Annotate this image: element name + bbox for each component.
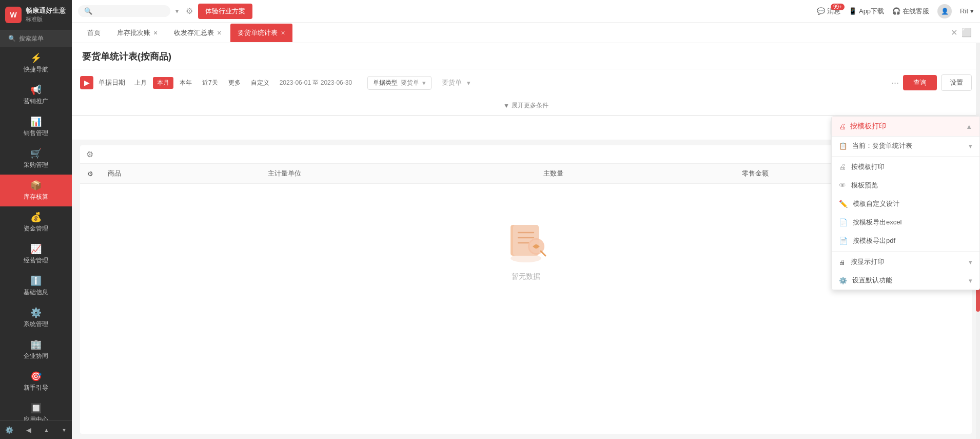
dropdown-item-template-excel[interactable]: 📄 按模板导出excel	[832, 213, 979, 232]
tab-receipts-summary-label: 收发存汇总表	[174, 28, 214, 37]
tab-order-stats[interactable]: 要货单统计表 ×	[230, 24, 292, 42]
sidebar-item-inventory[interactable]: 📦 库存核算	[0, 175, 72, 206]
sidebar-item-label: 经营管理	[24, 256, 48, 265]
col-product: 商品	[101, 164, 261, 184]
filter-expand-btn[interactable]: ▶	[80, 76, 93, 89]
search-icon: 🔍	[8, 35, 16, 42]
topbar: 🔍 ▾ ⚙ 体验行业方案 💬 消息 99+ 📱 App下载 🎧 在线客服 👤	[72, 0, 980, 23]
sidebar-item-icon: 🔲	[30, 403, 42, 414]
scroll-up-btn[interactable]: ▲	[44, 427, 49, 433]
expand-more-section: ▼ 展开更多条件	[72, 96, 980, 116]
tab-home[interactable]: 首页	[80, 24, 108, 42]
avatar-placeholder: 👤	[941, 8, 949, 15]
table-gear-icon[interactable]: ⚙	[86, 149, 93, 159]
sidebar-item-basic-info[interactable]: ℹ️ 基础信息	[0, 270, 72, 302]
scroll-down-btn[interactable]: ▼	[62, 427, 67, 433]
sidebar-item-icon: ℹ️	[30, 275, 42, 287]
dropdown-header[interactable]: 🖨 按模板打印 ▲	[832, 117, 979, 137]
sidebar-item-label: 新手引导	[24, 384, 48, 392]
sidebar-item-label: 系统管理	[24, 320, 48, 329]
settings-icon[interactable]: ⚙️	[5, 426, 13, 434]
tab-maximize-icon[interactable]: ⬜	[962, 28, 972, 37]
user-name[interactable]: Rit ▾	[960, 7, 974, 15]
dropdown-item-set-default[interactable]: ⚙️ 设置默认功能 ▾	[832, 271, 979, 290]
topbar-search-box[interactable]: 🔍	[78, 5, 170, 17]
template-excel-icon: 📄	[839, 218, 848, 226]
sidebar-item-purchase[interactable]: 🛒 采购管理	[0, 143, 72, 175]
tab-receipts-summary-close[interactable]: ×	[217, 29, 221, 36]
dropdown-item-template-print[interactable]: 🖨 按模板打印	[832, 158, 979, 176]
tab-close-all-icon[interactable]: ✕	[951, 28, 957, 37]
filter-type-selector[interactable]: 单据类型 要货单 ▾	[367, 76, 432, 90]
trial-btn[interactable]: 体验行业方案	[198, 4, 252, 19]
sidebar-item-label: 营销推广	[24, 97, 48, 106]
topbar-gear-icon[interactable]: ⚙	[186, 6, 193, 16]
date-option-more[interactable]: 更多	[224, 77, 245, 89]
col-gear-icon[interactable]: ⚙	[87, 170, 93, 178]
svg-point-3	[534, 244, 538, 249]
dropdown-item-template-custom[interactable]: ✏️ 模板自定义设计	[832, 195, 979, 213]
sidebar-item-label: 企业协同	[24, 352, 48, 360]
sidebar-item-app-center[interactable]: 🔲 应用中心	[0, 397, 72, 421]
sidebar-item-icon: 📊	[30, 116, 42, 127]
dropdown-item-display-print[interactable]: 🖨 按显示打印 ▾	[832, 253, 979, 271]
sidebar: W 畅康通好生意 标准版 🔍 搜索菜单 ⚡ 快捷导航 📢 营销推广 📊 销售管理…	[0, 0, 72, 439]
filter-actions: ··· 查询 设置	[891, 74, 972, 91]
tab-order-stats-close[interactable]: ×	[281, 29, 285, 36]
dropdown-item-template-preview[interactable]: 👁 模板预览	[832, 176, 979, 195]
user-dropdown-icon: ▾	[970, 7, 974, 15]
filter-extra-label: 要货单	[442, 78, 462, 87]
topbar-dropdown-arrow[interactable]: ▾	[175, 8, 179, 15]
settings-btn[interactable]: 设置	[941, 74, 972, 91]
tab-inventory-batch-label: 库存批次账	[117, 28, 150, 37]
set-default-icon: ⚙️	[839, 277, 847, 284]
sidebar-item-icon: ⚡	[30, 52, 42, 64]
date-option-custom[interactable]: 自定义	[247, 77, 273, 89]
sidebar-item-quick-nav[interactable]: ⚡ 快捷导航	[0, 47, 72, 79]
date-option-7days[interactable]: 近7天	[198, 77, 222, 89]
date-option-last-month[interactable]: 上月	[130, 77, 151, 89]
collapse-icon[interactable]: ◀	[26, 426, 31, 434]
dropdown-item-template-pdf[interactable]: 📄 按模板导出pdf	[832, 232, 979, 250]
col-unit: 主计量单位	[261, 164, 536, 184]
user-avatar[interactable]: 👤	[937, 4, 952, 18]
sidebar-item-enterprise[interactable]: 🏢 企业协同	[0, 334, 72, 366]
sidebar-item-label: 快捷导航	[24, 65, 48, 74]
sidebar-item-finance[interactable]: 💰 资金管理	[0, 206, 72, 238]
dropdown-divider-1	[832, 156, 979, 157]
display-print-icon: 🖨	[839, 258, 846, 266]
tab-receipts-summary[interactable]: 收发存汇总表 ×	[167, 24, 228, 42]
dropdown-current-template[interactable]: 📋 当前：要货单统计表 ▾	[832, 137, 979, 155]
sidebar-item-icon: 📈	[30, 243, 42, 255]
sidebar-nav: ⚡ 快捷导航 📢 营销推广 📊 销售管理 🛒 采购管理 📦 库存核算 💰 资金管…	[0, 47, 72, 421]
sidebar-item-system[interactable]: ⚙️ 系统管理	[0, 302, 72, 334]
filter-yaohuodan-label: 要货单	[401, 79, 419, 87]
date-option-this-year[interactable]: 本年	[175, 77, 196, 89]
expand-more-btn[interactable]: ▼ 展开更多条件	[497, 99, 555, 112]
template-print-icon: 🖨	[839, 163, 846, 171]
topbar-right: 💬 消息 99+ 📱 App下载 🎧 在线客服 👤 Rit ▾	[817, 4, 974, 18]
sidebar-item-newbie[interactable]: 🎯 新手引导	[0, 366, 72, 397]
more-options-icon[interactable]: ···	[891, 78, 899, 88]
service-icon: 🎧	[892, 7, 900, 15]
messages-btn[interactable]: 💬 消息 99+	[817, 7, 840, 16]
template-custom-icon: ✏️	[839, 200, 848, 208]
app-icon: 📱	[849, 7, 857, 15]
online-service-btn[interactable]: 🎧 在线客服	[892, 7, 929, 16]
sidebar-item-label: 销售管理	[24, 129, 48, 138]
query-btn[interactable]: 查询	[903, 75, 937, 90]
tab-inventory-batch-close[interactable]: ×	[153, 29, 158, 36]
date-option-this-month[interactable]: 本月	[153, 77, 173, 89]
sidebar-search[interactable]: 🔍 搜索菜单	[0, 30, 72, 47]
app-download-btn[interactable]: 📱 App下载	[849, 7, 884, 16]
page-title: 要货单统计表(按商品)	[82, 50, 970, 63]
tab-home-label: 首页	[87, 28, 101, 37]
search-input[interactable]	[92, 8, 154, 15]
sidebar-item-sales[interactable]: 📊 销售管理	[0, 111, 72, 143]
tab-inventory-batch[interactable]: 库存批次账 ×	[110, 24, 165, 42]
message-icon: 💬	[817, 7, 825, 15]
sidebar-item-label: 资金管理	[24, 224, 48, 233]
sidebar-item-marketing[interactable]: 📢 营销推广	[0, 79, 72, 111]
sidebar-item-operations[interactable]: 📈 经营管理	[0, 238, 72, 270]
empty-text: 暂无数据	[512, 272, 540, 281]
